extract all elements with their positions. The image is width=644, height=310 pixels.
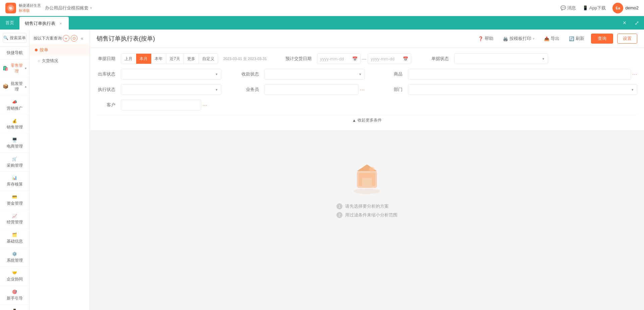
logo-icon: 畅 <box>5 3 16 13</box>
empty-tips: 1 请先选择要分析的方案 2 用过滤条件来缩小分析范围 <box>336 203 397 218</box>
status-label: 单据状态 <box>430 56 449 62</box>
collect-status-label: 收款状态 <box>240 71 259 77</box>
customer-input[interactable] <box>121 100 201 110</box>
customer-label: 客户 <box>97 102 115 108</box>
goods-input[interactable] <box>408 69 631 80</box>
breadcrumb[interactable]: 办公用品行业模拟账套 ▾ <box>45 5 92 11</box>
date-tab-more[interactable]: 更多 <box>184 54 199 64</box>
subitem-icon: ○ <box>38 59 40 63</box>
date-tab-custom[interactable]: 自定义 <box>199 54 218 64</box>
main-layout: 🔍 搜索菜单 快捷导航 🛍️ 零售管理 ▾ 📦 批发管理 ▴ 📣 营销推广 💰 … <box>0 30 644 310</box>
sidebar-item-operation[interactable]: 📈 经营管理 <box>0 210 29 229</box>
sidebar-item-system[interactable]: ⚙️ 系统管理 <box>0 248 29 267</box>
sidebar-item-basic[interactable]: 🗂️ 基础信息 <box>0 229 29 248</box>
expand-icon2: ▴ <box>25 84 26 89</box>
marketing-icon: 📣 <box>12 99 17 105</box>
plan-item-按单[interactable]: 按单 <box>30 44 90 56</box>
retail-icon: 🛍️ <box>3 65 8 72</box>
filter-row-3: 执行状态 ▾ 业务员 ··· 部门 ▾ <box>97 84 637 95</box>
salesman-input[interactable] <box>264 84 359 95</box>
add-plan-button[interactable]: + <box>63 35 69 42</box>
dept-label: 部门 <box>384 87 402 93</box>
goods-dots-button[interactable]: ··· <box>632 71 637 77</box>
status-select[interactable]: ▾ <box>454 53 548 64</box>
sidebar-quick-nav[interactable]: 快捷导航 <box>0 47 29 59</box>
help-button[interactable]: ❓ 帮助 <box>475 34 496 43</box>
breadcrumb-chevron: ▾ <box>90 5 92 10</box>
out-status-chevron: ▾ <box>216 72 218 76</box>
search-menu-button[interactable]: 🔍 搜索菜单 <box>3 33 26 43</box>
tab-maximize-icon[interactable]: ⤢ <box>632 18 641 28</box>
expected-date-start[interactable]: yyyy-mm-dd 📅 <box>317 53 361 64</box>
sidebar-item-appstore[interactable]: 📱 应用中心 <box>0 305 29 310</box>
refresh-button[interactable]: 🔄 刷新 <box>566 34 587 43</box>
customer-dots-button[interactable]: ··· <box>203 102 208 108</box>
exec-status-chevron: ▾ <box>216 88 218 92</box>
tab-home[interactable]: 首页 <box>0 16 19 30</box>
dept-select[interactable]: ▾ <box>408 84 637 95</box>
top-header: 畅 畅捷通好生意 标准版 办公用品行业模拟账套 ▾ 💬 消息 📱 App下载 E… <box>0 0 644 16</box>
print-icon: 🖨️ <box>503 36 508 41</box>
avatar: Ea <box>612 3 623 13</box>
user-area[interactable]: Ea demo2 <box>612 3 639 13</box>
collect-status-select[interactable]: ▾ <box>264 69 365 80</box>
expand-icon: ▾ <box>25 66 26 71</box>
date-dash: — <box>362 56 366 61</box>
svg-text:畅: 畅 <box>9 6 12 10</box>
header-right: 💬 消息 📱 App下载 Ea demo2 <box>560 3 639 13</box>
expected-date-end[interactable]: yyyy-mm-dd 📅 <box>368 53 411 64</box>
exec-status-select[interactable]: ▾ <box>121 84 221 95</box>
wholesale-icon: 📦 <box>3 83 8 90</box>
date-tab-current-year[interactable]: 本年 <box>151 54 166 64</box>
copy-plan-button[interactable]: ⊙ <box>71 35 77 42</box>
finance-icon: 💳 <box>12 194 17 200</box>
tip-num-2: 2 <box>336 212 342 218</box>
message-button[interactable]: 💬 消息 <box>560 5 576 11</box>
sidebar-item-enterprise[interactable]: 🤝 企业协同 <box>0 267 29 286</box>
collect-status-chevron: ▾ <box>359 72 361 76</box>
app-download-button[interactable]: 📱 App下载 <box>583 5 606 11</box>
expected-date-input-group: yyyy-mm-dd 📅 — yyyy-mm-dd 📅 <box>317 53 411 64</box>
download-icon: 📱 <box>583 5 588 10</box>
tab-close-icon[interactable]: × <box>58 21 63 26</box>
left-panel: 按以下方案查询 + ⊙ « 按单 ○ <box>30 30 90 310</box>
filter-row-2: 出库状态 ▾ 收款状态 ▾ 商品 ··· <box>97 69 637 80</box>
tab-close-window-icon[interactable]: × <box>620 18 629 28</box>
left-panel-actions: + ⊙ « <box>63 35 86 42</box>
sidebar-item-newbie[interactable]: 🎯 新手引导 <box>0 286 29 305</box>
empty-tip-1: 1 请先选择要分析的方案 <box>336 203 397 209</box>
plan-subitem-欠货情况[interactable]: ○ 欠货情况 <box>30 56 90 66</box>
tab-active[interactable]: 销售订单执行表 × <box>19 17 69 30</box>
collapse-button[interactable]: ▲ 收起更多条件 <box>97 115 637 125</box>
collapse-up-icon: ▲ <box>352 118 356 123</box>
out-status-select[interactable]: ▾ <box>121 69 221 80</box>
calendar-icon-1: 📅 <box>352 56 358 61</box>
sidebar-item-retail[interactable]: 🛍️ 零售管理 ▾ <box>0 59 29 78</box>
sidebar-item-wholesale[interactable]: 📦 批发管理 ▴ <box>0 78 29 96</box>
collapse-icon: « <box>81 36 84 41</box>
tab-bar-right: × ⤢ <box>620 18 644 28</box>
salesman-dots-button[interactable]: ··· <box>360 87 365 92</box>
filter-row-1: 单据日期 上月 本月 本年 近7天 <box>97 53 637 64</box>
settings-button[interactable]: 设置 <box>617 34 637 44</box>
page-actions: ❓ 帮助 🖨️ 按模板打印 ▾ 📤 导出 🔄 刷新 <box>475 34 637 44</box>
sidebar-item-finance[interactable]: 💳 资金管理 <box>0 191 29 210</box>
sidebar-item-sales[interactable]: 💰 销售管理 <box>0 115 29 134</box>
print-button[interactable]: 🖨️ 按模板打印 ▾ <box>500 34 537 43</box>
page-title: 销售订单执行表(按单) <box>97 35 155 43</box>
sidebar-item-marketing[interactable]: 📣 营销推广 <box>0 96 29 115</box>
collapse-panel-button[interactable]: « <box>79 35 86 42</box>
active-dot <box>35 49 38 51</box>
sidebar-item-inventory[interactable]: 📊 库存核算 <box>0 172 29 191</box>
sidebar-item-purchase[interactable]: 🛒 采购管理 <box>0 153 29 172</box>
date-tab-7days[interactable]: 近7天 <box>166 54 184 64</box>
logo-text: 畅捷通好生意 标准版 <box>19 3 41 13</box>
sidebar-item-ecommerce[interactable]: 🖥️ 电商管理 <box>0 134 29 153</box>
basic-icon: 🗂️ <box>12 232 17 238</box>
date-tab-current-month[interactable]: 本月 <box>136 54 151 64</box>
export-button[interactable]: 📤 导出 <box>541 34 562 43</box>
print-chevron: ▾ <box>533 37 535 41</box>
date-tab-last-month[interactable]: 上月 <box>121 54 136 64</box>
left-panel-header: 按以下方案查询 + ⊙ « <box>30 32 90 44</box>
search-button[interactable]: 查询 <box>591 34 613 44</box>
